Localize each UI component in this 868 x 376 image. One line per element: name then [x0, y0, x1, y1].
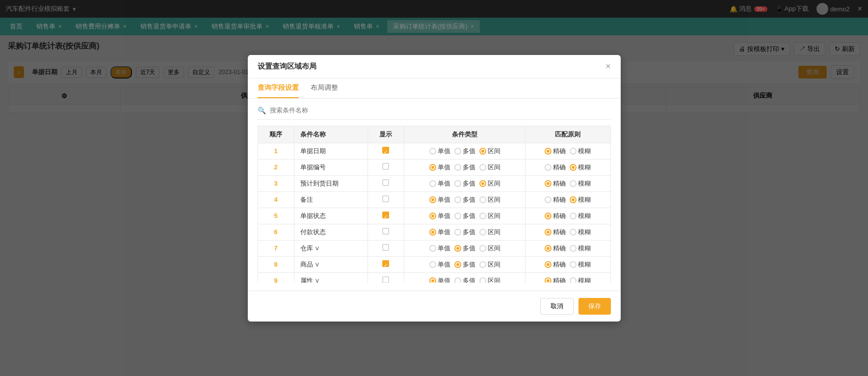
type-radio-type_multi[interactable]: 多值	[454, 228, 475, 237]
type-radio-type_single[interactable]: 单值	[429, 244, 450, 253]
row-display-checkbox[interactable]	[368, 256, 404, 272]
config-table-row: 2单据编号单值多值区间精确模糊	[258, 159, 610, 175]
type-radio-type_multi[interactable]: 多值	[454, 276, 475, 283]
display-checkbox[interactable]	[382, 163, 389, 170]
match-radio-match_exact[interactable]: 精确	[545, 260, 566, 269]
match-radio-match_exact[interactable]: 精确	[545, 163, 566, 172]
radio-circle	[479, 213, 486, 219]
type-radio-type_single[interactable]: 单值	[429, 276, 450, 283]
save-button[interactable]: 保存	[579, 298, 611, 315]
type-radio-type_single[interactable]: 单值	[429, 212, 450, 220]
type-radio-type_range[interactable]: 区间	[479, 276, 500, 283]
display-checkbox[interactable]	[382, 244, 389, 251]
display-checkbox[interactable]	[382, 212, 389, 218]
radio-circle	[570, 261, 577, 268]
type-radio-type_range[interactable]: 区间	[479, 212, 500, 220]
type-radio-type_multi[interactable]: 多值	[454, 179, 475, 188]
display-checkbox[interactable]	[382, 276, 389, 283]
match-radio-match_fuzzy[interactable]: 模糊	[570, 179, 591, 188]
row-type: 单值多值区间	[404, 143, 525, 159]
row-match: 精确模糊	[526, 143, 610, 159]
match-radio-match_fuzzy[interactable]: 模糊	[570, 260, 591, 269]
row-type: 单值多值区间	[404, 159, 525, 175]
match-radio-match_fuzzy[interactable]: 模糊	[570, 147, 591, 156]
type-radio-type_multi[interactable]: 多值	[454, 212, 475, 220]
display-checkbox[interactable]	[382, 195, 389, 202]
match-radio-match_fuzzy[interactable]: 模糊	[570, 244, 591, 253]
radio-circle	[454, 196, 461, 203]
type-radio-type_range[interactable]: 区间	[479, 179, 500, 188]
radio-circle	[454, 229, 461, 236]
type-radio-type_single[interactable]: 单值	[429, 163, 450, 172]
row-order: 8	[258, 256, 294, 272]
type-radio-type_single[interactable]: 单值	[429, 260, 450, 269]
search-input[interactable]	[270, 107, 611, 114]
row-display-checkbox[interactable]	[368, 159, 404, 175]
match-radio-match_fuzzy[interactable]: 模糊	[570, 163, 591, 172]
match-radio-match_exact[interactable]: 精确	[545, 276, 566, 283]
match-radio-match_exact[interactable]: 精确	[545, 195, 566, 204]
modal-close-btn[interactable]: ×	[605, 62, 611, 71]
type-radio-type_range[interactable]: 区间	[479, 228, 500, 237]
type-radio-type_range[interactable]: 区间	[479, 244, 500, 253]
type-radio-type_multi[interactable]: 多值	[454, 260, 475, 269]
radio-circle	[570, 245, 577, 252]
radio-circle	[545, 277, 552, 283]
display-checkbox[interactable]	[382, 228, 389, 235]
display-checkbox[interactable]	[382, 147, 389, 154]
row-display-checkbox[interactable]	[368, 224, 404, 240]
radio-circle	[429, 213, 436, 219]
type-radio-type_multi[interactable]: 多值	[454, 163, 475, 172]
cancel-button[interactable]: 取消	[540, 298, 574, 315]
radio-circle	[570, 229, 577, 236]
match-header: 匹配原则	[526, 126, 610, 143]
row-display-checkbox[interactable]	[368, 208, 404, 224]
row-match: 精确模糊	[526, 240, 610, 256]
display-checkbox[interactable]	[382, 179, 389, 186]
row-display-checkbox[interactable]	[368, 175, 404, 191]
row-name: 属性 ∨	[294, 272, 368, 283]
tab-query-fields[interactable]: 查询字段设置	[258, 79, 299, 98]
match-radio-match_fuzzy[interactable]: 模糊	[570, 228, 591, 237]
match-radio-match_exact[interactable]: 精确	[545, 244, 566, 253]
row-match: 精确模糊	[526, 191, 610, 208]
row-display-checkbox[interactable]	[368, 191, 404, 208]
type-radio-type_range[interactable]: 区间	[479, 195, 500, 204]
type-radio-type_single[interactable]: 单值	[429, 195, 450, 204]
type-radio-type_range[interactable]: 区间	[479, 260, 500, 269]
row-display-checkbox[interactable]	[368, 143, 404, 159]
config-table-row: 6付款状态单值多值区间精确模糊	[258, 224, 610, 240]
type-radio-type_range[interactable]: 区间	[479, 147, 500, 156]
type-radio-type_single[interactable]: 单值	[429, 228, 450, 237]
config-table: 顺序 条件名称 显示 条件类型 匹配原则 1单据日期单值多值区间精确模糊2单据编…	[258, 126, 611, 283]
row-match: 精确模糊	[526, 159, 610, 175]
modal-body: 🔍 顺序 条件名称 显示 条件类型 匹配原则	[248, 99, 621, 291]
type-radio-type_multi[interactable]: 多值	[454, 195, 475, 204]
match-radio-match_exact[interactable]: 精确	[545, 179, 566, 188]
match-radio-match_exact[interactable]: 精确	[545, 228, 566, 237]
radio-circle	[545, 196, 552, 203]
radio-circle	[454, 148, 461, 155]
config-table-row: 4备注单值多值区间精确模糊	[258, 191, 610, 208]
type-radio-type_range[interactable]: 区间	[479, 163, 500, 172]
match-radio-match_exact[interactable]: 精确	[545, 212, 566, 220]
row-order: 4	[258, 191, 294, 208]
display-checkbox[interactable]	[382, 260, 389, 267]
type-radio-type_single[interactable]: 单值	[429, 147, 450, 156]
match-radio-match_fuzzy[interactable]: 模糊	[570, 212, 591, 220]
row-display-checkbox[interactable]	[368, 272, 404, 283]
tab-layout-adjust[interactable]: 布局调整	[311, 79, 338, 98]
row-type: 单值多值区间	[404, 191, 525, 208]
match-radio-match_fuzzy[interactable]: 模糊	[570, 195, 591, 204]
modal-header: 设置查询区域布局 ×	[248, 55, 621, 79]
match-radio-match_fuzzy[interactable]: 模糊	[570, 276, 591, 283]
type-radio-type_multi[interactable]: 多值	[454, 147, 475, 156]
search-bar: 🔍	[258, 107, 611, 120]
radio-circle	[454, 180, 461, 187]
match-radio-match_exact[interactable]: 精确	[545, 147, 566, 156]
radio-circle	[479, 261, 486, 268]
row-display-checkbox[interactable]	[368, 240, 404, 256]
type-radio-type_single[interactable]: 单值	[429, 179, 450, 188]
type-radio-type_multi[interactable]: 多值	[454, 244, 475, 253]
radio-circle	[545, 164, 552, 171]
